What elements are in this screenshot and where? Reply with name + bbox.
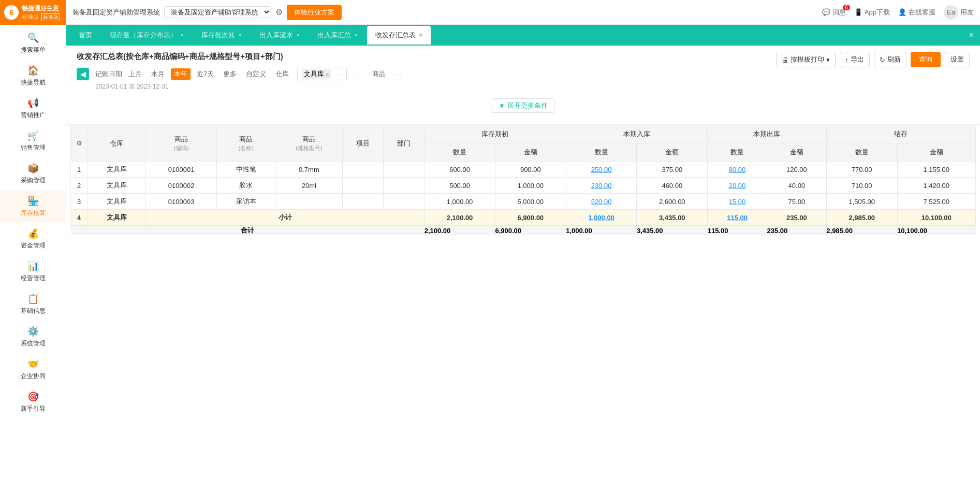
tab-home[interactable]: 首页: [70, 26, 100, 45]
refresh-btn[interactable]: ↻ 刷新: [874, 52, 906, 67]
col-in-qty: 数量: [566, 143, 637, 162]
sidebar-item-newbie[interactable]: 🎯 新手引导: [0, 386, 66, 418]
message-btn[interactable]: 💬 消息 6: [822, 8, 846, 17]
row-dept: [384, 194, 425, 210]
col-balance: 结存: [826, 125, 975, 143]
total-out-qty: 115.00: [708, 226, 767, 236]
goods-dots[interactable]: ···: [394, 70, 403, 78]
col-warehouse: 仓库: [87, 125, 146, 162]
row-out-amount: 40.00: [767, 178, 826, 194]
total-out-amount: 235.00: [767, 226, 826, 236]
warehouse-extra-dots[interactable]: ···: [355, 70, 364, 78]
col-code: 商品(编码): [146, 125, 217, 162]
date-range-display: 2023-01-01 至 2023-12-31: [95, 82, 970, 91]
tab-inout-flow-close[interactable]: ×: [296, 32, 300, 39]
row-warehouse: 文具库: [87, 194, 146, 210]
sidebar-item-finance[interactable]: 💰 资金管理: [0, 223, 66, 255]
row-bal-qty: 1,505.00: [826, 194, 897, 210]
row-bal-qty: 710.00: [826, 178, 897, 194]
table-settings-btn[interactable]: 设置: [945, 52, 970, 67]
date-btn-custom[interactable]: 自定义: [243, 68, 269, 80]
sidebar-item-marketing[interactable]: 📢 营销推广: [0, 92, 66, 125]
expand-conditions-btn[interactable]: ▼ 展开更多条件: [492, 98, 554, 113]
sub-label: 小计: [146, 210, 425, 226]
date-btn-7days[interactable]: 近7天: [194, 68, 217, 80]
sidebar-item-quick[interactable]: 🏠 快捷导航: [0, 60, 66, 92]
row-warehouse: 文具库: [87, 178, 146, 194]
tabbar-close-btn[interactable]: ×: [969, 31, 974, 40]
tab-stock-dist-close[interactable]: ×: [180, 32, 184, 39]
row-out-qty[interactable]: 20.00: [708, 178, 767, 194]
search-icon: 🔍: [27, 32, 39, 44]
date-btn-this-month[interactable]: 本月: [148, 68, 168, 80]
date-btn-this-year[interactable]: 本年: [171, 68, 191, 80]
warehouse-more-dots[interactable]: ···: [333, 70, 342, 78]
sidebar-logo: 6 畅捷通好生意 标准版 标准版: [0, 0, 66, 25]
sidebar-item-sales[interactable]: 🛒 销售管理: [0, 125, 66, 157]
app-download-btn[interactable]: 📱 App下载: [854, 8, 890, 17]
finance-icon: 💰: [27, 228, 39, 239]
tab-inout-flow[interactable]: 出入库流水 ×: [251, 26, 308, 45]
row-in-qty[interactable]: 230.00: [566, 178, 637, 194]
data-table: ⚙ 仓库 商品(编码) 商品(名称) 商品(规格型号) 项目 部门 库存期初 本…: [70, 125, 976, 235]
warehouse-tag-close[interactable]: ×: [325, 70, 329, 78]
tab-inout-summary-close[interactable]: ×: [354, 32, 358, 39]
export-btn[interactable]: ↑ 导出: [840, 52, 870, 67]
col-in-amount: 金额: [637, 143, 708, 162]
filter-toggle-btn[interactable]: ◀: [77, 68, 89, 80]
refresh-icon: ↻: [880, 56, 885, 64]
col-period-in: 本期入库: [566, 125, 708, 143]
tab-home-label: 首页: [79, 31, 92, 40]
sidebar-item-search[interactable]: 🔍 搜索菜单: [0, 27, 66, 60]
online-service-label: 在线客服: [909, 8, 935, 17]
home-icon: 🏠: [27, 65, 39, 76]
export-icon: ↑: [845, 56, 849, 64]
system-select[interactable]: 装备及固定资产辅助管理系统: [164, 6, 271, 18]
expand-icon: ▼: [499, 102, 505, 110]
row-out-qty[interactable]: 15.00: [708, 194, 767, 210]
date-btn-prev-month[interactable]: 上月: [125, 68, 145, 80]
topbar-right: 💬 消息 6 📱 App下载 👤 在线客服 Ea 用友: [822, 5, 974, 20]
app-download-label: App下载: [865, 8, 890, 17]
tab-recv-send-close[interactable]: ×: [419, 32, 422, 39]
sidebar-item-system[interactable]: ⚙️ 系统管理: [0, 321, 66, 353]
tab-batch-label: 库存批次账: [201, 31, 235, 40]
sidebar-item-purchase[interactable]: 📦 采购管理: [0, 157, 66, 190]
date-btn-more[interactable]: 更多: [220, 68, 240, 80]
page-content: 收发存汇总表(按仓库+商品编码+商品+规格型号+项目+部门) ◀ 记账日期 上月…: [66, 46, 980, 478]
row-no: 3: [71, 194, 87, 210]
tab-batch-close[interactable]: ×: [238, 32, 242, 39]
sales-icon: 🛒: [27, 130, 39, 141]
table-row: 3 文具库 0100003 采访本 1,000.00 5,000.00 520.…: [71, 194, 976, 210]
tab-inout-summary-label: 出入库汇总: [317, 31, 351, 40]
row-in-qty[interactable]: 250.00: [566, 162, 637, 178]
sub-begin-amount: 6,900.00: [495, 210, 566, 226]
tab-inout-summary[interactable]: 出入库汇总 ×: [309, 26, 366, 45]
warehouse-selector[interactable]: 文具库 × ···: [297, 67, 346, 81]
print-btn[interactable]: 🖨 按模板打印 ▾: [776, 52, 836, 67]
row-in-qty[interactable]: 520.00: [566, 194, 637, 210]
col-bal-amount: 金额: [897, 143, 975, 162]
trial-btn[interactable]: 体验行业方案: [287, 5, 342, 20]
tab-stock-dist[interactable]: 现存量（库存分布表） ×: [101, 26, 192, 45]
sidebar-item-corp[interactable]: 🤝 企业协同: [0, 353, 66, 386]
total-label: 合计: [71, 226, 425, 236]
settings-gear-icon[interactable]: ⚙: [275, 7, 283, 17]
row-in-amount: 375.00: [637, 162, 708, 178]
online-service-btn[interactable]: 👤 在线客服: [898, 8, 935, 17]
sidebar-item-inventory[interactable]: 🏪 库存核算: [0, 190, 66, 223]
inventory-icon: 🏪: [27, 195, 39, 207]
tab-recv-send[interactable]: 收发存汇总表 ×: [367, 26, 431, 45]
purchase-icon: 📦: [27, 163, 39, 174]
col-settings-icon[interactable]: ⚙: [76, 139, 82, 147]
sidebar-item-basic[interactable]: 📋 基础信息: [0, 288, 66, 321]
row-bal-amount: 1,420.00: [897, 178, 975, 194]
row-code: 0100002: [146, 178, 217, 194]
user-menu[interactable]: Ea 用友: [944, 5, 974, 20]
query-btn[interactable]: 查询: [911, 52, 941, 67]
row-begin-qty: 500.00: [425, 178, 495, 194]
tab-batch[interactable]: 库存批次账 ×: [193, 26, 250, 45]
sidebar-item-business[interactable]: 📊 经营管理: [0, 255, 66, 288]
row-out-qty[interactable]: 80.00: [708, 162, 767, 178]
sub-begin-qty: 2,100.00: [425, 210, 495, 226]
